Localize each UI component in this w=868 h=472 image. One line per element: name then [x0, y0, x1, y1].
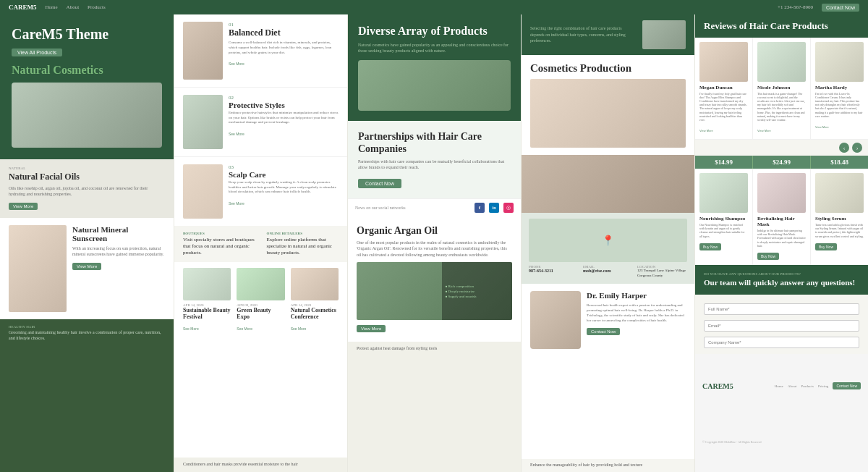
healthy-label: HEALTHY HAIR [9, 325, 165, 329]
balanced-see-more-button[interactable]: See More [229, 62, 244, 66]
nav-link-home[interactable]: Home [46, 4, 58, 10]
hero-image [12, 83, 162, 148]
product-cards: Nourishing Shampoo Our Nourishing Shampo… [695, 169, 868, 265]
green-event: APR 09, 2020 Green Beauty Expo See More [237, 268, 284, 452]
reviewer-martha: Martha Hardy I'm in love with this Leave… [811, 38, 868, 140]
protective-see-more-button[interactable]: See More [229, 132, 244, 136]
diverse-title: Diverse Array of Products [358, 25, 511, 38]
header-info-section: Selecting the right combination of hair … [522, 14, 694, 55]
social-bar: News on our social networks f in ◎ [348, 198, 521, 216]
reviewer-nicole: Nicole Johnson This hair mask is a game-… [753, 38, 811, 140]
martha-review: I'm in love with this Leave-In Condition… [815, 92, 864, 118]
navigation: CAREM5 Home About Products +1 234-567-89… [0, 0, 868, 14]
boutiques-title: Visit specialty stores and boutiques tha… [183, 237, 255, 256]
scalp-see-more-button[interactable]: See More [229, 201, 244, 206]
emily-section: Dr. Emily Harper Renowned hair health ex… [522, 284, 694, 459]
nicole-view-more-button[interactable]: View More [757, 129, 771, 132]
hero-title: CareM5 Theme [12, 26, 162, 43]
nav-link-about[interactable]: About [67, 4, 80, 10]
full-name-input[interactable] [704, 303, 859, 315]
sunscreen-view-more-button[interactable]: View More [72, 263, 101, 270]
boutiques-section: BOUTIQUES Visit specialty stores and bou… [183, 232, 255, 256]
diverse-array-section: Diverse Array of Products Natural cosmet… [348, 14, 521, 121]
nav-contact-button[interactable]: Contact Now [822, 4, 859, 12]
nav-link-products[interactable]: Products [88, 4, 106, 10]
argan-oil-section: Organic Argan Oil One of the most popula… [348, 216, 521, 342]
next-page-button[interactable]: › [852, 143, 862, 153]
protective-num: 02 [229, 95, 339, 101]
scalp-care-section: 03 Scalp Care Keep your scalp clean by r… [174, 156, 347, 226]
protective-styles-section: 02 Protective Styles Embrace protective … [174, 87, 347, 156]
green-title: Green Beauty Expo [237, 307, 284, 320]
partner-contact-button[interactable]: Contact Now [358, 179, 401, 188]
protective-image [183, 95, 223, 149]
online-retailers-section: ONLINE RETAILERS Explore online platform… [267, 232, 339, 256]
sunscreen-title: Natural Mineral Sunscreen [72, 225, 165, 243]
column-2: 01 Balanced Diet Consume a well-balanced… [174, 14, 347, 472]
megan-view-more-button[interactable]: View More [699, 129, 713, 132]
green-see-more-button[interactable]: See More [237, 326, 252, 331]
facial-text: Oils like rosehip oil, argan oil, jojoba… [9, 185, 165, 198]
scalp-text: Keep your scalp clean by regularly washi… [229, 180, 339, 195]
facebook-icon[interactable]: f [475, 203, 485, 213]
scalp-title: Scalp Care [229, 170, 339, 179]
protective-text: Embrace protective hairstyles that minim… [229, 111, 339, 125]
emily-contact-button[interactable]: Contact Now [587, 328, 620, 335]
sustainable-see-more-button[interactable]: See More [183, 326, 199, 331]
balanced-text: Consume a well-balanced diet rich in vit… [229, 40, 339, 55]
facial-title: Natural Facial Oils [9, 172, 165, 182]
mask-buy-button[interactable]: Buy Now [757, 253, 779, 260]
footer-link-products[interactable]: Products [801, 384, 814, 388]
column-4: Selecting the right combination of hair … [521, 14, 694, 472]
facial-view-more-button[interactable]: View More [9, 203, 38, 210]
footer-link-pricing[interactable]: Pricing [818, 384, 828, 388]
header-image [642, 20, 686, 49]
team-question: DO YOU HAVE ANY QUESTIONS ABOUT OUR PROD… [704, 272, 859, 276]
protective-title: Protective Styles [229, 101, 339, 109]
argan-view-more-button[interactable]: View More [357, 325, 386, 332]
martha-view-more-button[interactable]: View More [815, 125, 829, 129]
hero-section: CareM5 Theme View All Products Natural C… [0, 14, 174, 159]
healthy-text: Grooming and maintaining healthy hair in… [9, 330, 165, 342]
linkedin-icon[interactable]: in [489, 203, 499, 213]
revitalizing-mask-card: Revitalizing Hair Mask Indulge in the ul… [753, 169, 811, 265]
sustainable-title: Sustainable Beauty Festival [183, 307, 231, 320]
emily-name: Dr. Emily Harper [587, 291, 686, 300]
mask-image [757, 173, 806, 213]
shampoo-buy-button[interactable]: Buy Now [699, 243, 721, 250]
diverse-text: Natural cosmetics have gained popularity… [358, 42, 511, 54]
nicole-review: This hair mask is a game-changer! The co… [757, 92, 806, 122]
reviews-title: Reviews of Hair Care Products [704, 20, 859, 32]
boutiques-label: BOUTIQUES [183, 232, 255, 235]
phone-info: PHONE 987-654-3211 [529, 265, 579, 278]
header-text: Selecting the right combination of hair … [530, 25, 637, 43]
shampoo-image [699, 173, 748, 213]
prices-row: $14.99 $24.99 $18.48 [695, 156, 868, 169]
map-pin-icon: 📍 [602, 235, 614, 247]
footer-link-about[interactable]: About [788, 384, 797, 388]
email-input[interactable] [704, 320, 859, 332]
column-1: CareM5 Theme View All Products Natural C… [0, 14, 174, 472]
serum-buy-button[interactable]: Buy Now [815, 243, 837, 250]
sustainable-img [183, 268, 231, 300]
footer-contact-button[interactable]: Contact Now [833, 382, 861, 389]
footer-link-home[interactable]: Home [775, 384, 783, 388]
company-input[interactable] [704, 337, 859, 348]
facial-label: Natural [9, 167, 165, 170]
conf-see-more-button[interactable]: See More [291, 326, 307, 331]
social-text: News on our social networks [355, 206, 470, 210]
mask-name: Revitalizing Hair Mask [757, 216, 806, 227]
sunscreen-section: Natural Mineral Sunscreen With an increa… [0, 218, 174, 319]
megan-image [699, 42, 748, 82]
martha-image [815, 42, 864, 82]
cosmetics-production-section: Cosmetics Production [522, 55, 694, 155]
view-all-products-button[interactable]: View All Products [12, 49, 62, 56]
emily-image [530, 291, 581, 349]
prev-page-button[interactable]: ‹ [839, 143, 849, 153]
pagination-row: ‹ › [695, 140, 868, 156]
argan-text: One of the most popular products in the … [357, 240, 512, 258]
phone-value: 987-654-3211 [529, 269, 579, 273]
balanced-num: 01 [229, 22, 339, 28]
price-styling: $18.48 [811, 156, 868, 169]
instagram-icon[interactable]: ◎ [503, 203, 514, 213]
